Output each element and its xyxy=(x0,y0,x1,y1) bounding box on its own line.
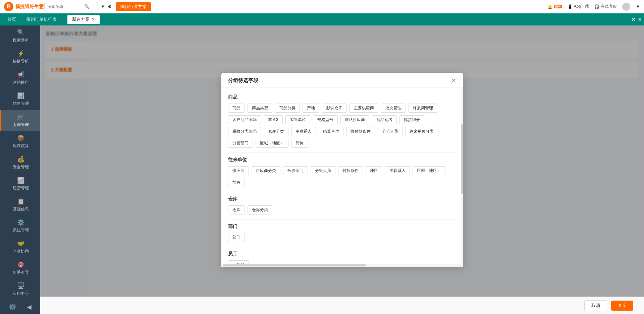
tag-goods-15[interactable]: 税收分类编码 xyxy=(228,127,261,136)
sidebar-item-guide-label: 新手引导 xyxy=(13,270,29,275)
dropdown-arrow-icon[interactable]: ▼ xyxy=(101,4,105,9)
confirm-button[interactable]: 查询 xyxy=(611,301,633,311)
online-service-item[interactable]: 🎧 在线客服 xyxy=(594,4,617,9)
tab-home[interactable]: 首页 xyxy=(3,15,21,24)
modal-hscroll-thumb xyxy=(223,264,366,266)
tag-goods-12[interactable]: 默认供应商 xyxy=(340,115,369,124)
tag-goods-5[interactable]: 主要供应商 xyxy=(350,104,378,113)
trial-button[interactable]: 体验行业方案 xyxy=(116,2,151,11)
section-title-warehouse: 仓库 xyxy=(228,196,456,202)
tag-partner-3[interactable]: 分管人员 xyxy=(311,166,335,175)
operations-icon: 📈 xyxy=(17,177,24,184)
tag-partner-4[interactable]: 付款条件 xyxy=(338,166,363,175)
tag-partner-2[interactable]: 分管部门 xyxy=(283,166,308,175)
tag-employee-0[interactable]: 业务员 xyxy=(228,260,249,264)
tag-goods-22[interactable]: 分管部门 xyxy=(228,139,253,148)
sidebar-item-operations[interactable]: 📈 经营管理 xyxy=(0,173,40,194)
tag-goods-9[interactable]: 重量3 xyxy=(264,115,283,124)
tag-goods-4[interactable]: 默认仓库 xyxy=(322,104,347,113)
headset-icon: 🎧 xyxy=(594,4,599,9)
tab-purchase-execution-close[interactable]: ✕ xyxy=(59,17,62,22)
user-dropdown-icon[interactable]: ▼ xyxy=(636,4,640,9)
search-input[interactable] xyxy=(47,4,84,9)
cancel-button[interactable]: 取消 xyxy=(584,300,607,311)
section-title-partner: 往来单位 xyxy=(228,157,456,163)
tab-new-plan[interactable]: 新建方案 ✕ xyxy=(67,15,100,24)
notification-item[interactable]: 🔔 99+ xyxy=(547,4,562,9)
app-download-item[interactable]: 📱 App下载 xyxy=(568,4,589,9)
sidebar: 🔍 搜索菜单 ⚡ 快捷导航 📢 营销推广 📊 销售管理 🛒 采购管理 📦 库存核… xyxy=(0,25,40,314)
tag-goods-18[interactable]: 结算单位 xyxy=(319,127,343,136)
sidebar-item-guide[interactable]: 🎯 新手引导 xyxy=(0,258,40,279)
tag-goods-16[interactable]: 仓库分类 xyxy=(264,127,288,136)
tab-purchase-execution[interactable]: 采购订单执行表 ✕ xyxy=(21,15,67,24)
tag-goods-10[interactable]: 零售单位 xyxy=(285,115,310,124)
tag-partner-7[interactable]: 区域（地区） xyxy=(413,166,445,175)
sidebar-item-search[interactable]: 🔍 搜索菜单 xyxy=(0,25,40,47)
sidebar-item-purchase-label: 采购管理 xyxy=(13,122,29,128)
sidebar-item-quicknav[interactable]: ⚡ 快捷导航 xyxy=(0,47,40,68)
purchase-icon: 🛒 xyxy=(17,113,24,121)
tab-new-plan-close[interactable]: ✕ xyxy=(92,17,95,22)
tag-partner-0[interactable]: 供应商 xyxy=(228,166,249,175)
tag-goods-14[interactable]: 拣货积分 xyxy=(399,115,424,124)
tag-warehouse-0[interactable]: 仓库 xyxy=(228,205,245,214)
quicknav-icon: ⚡ xyxy=(17,50,24,57)
modal-vertical-scrollbar[interactable] xyxy=(461,89,463,264)
sidebar-item-operations-label: 经营管理 xyxy=(13,185,29,191)
tag-goods-24[interactable]: 简称 xyxy=(291,139,308,148)
tag-goods-13[interactable]: 商品别名 xyxy=(372,115,397,124)
settings-icon[interactable]: ⚙ xyxy=(108,4,112,9)
tag-goods-0[interactable]: 商品 xyxy=(228,104,245,113)
tag-partner-8[interactable]: 简称 xyxy=(228,178,245,187)
sidebar-item-appcenter[interactable]: 🖥️ 应用中心 xyxy=(0,279,40,300)
sidebar-item-sales[interactable]: 📊 销售管理 xyxy=(0,89,40,110)
sidebar-item-collab-label: 企业协同 xyxy=(13,249,29,254)
tag-partner-1[interactable]: 供应商分类 xyxy=(252,166,280,175)
sidebar-item-inventory-label: 库存核算 xyxy=(13,143,29,149)
tag-dept-0[interactable]: 部门 xyxy=(228,233,245,242)
tag-goods-6[interactable]: 批次管理 xyxy=(381,104,406,113)
tag-goods-2[interactable]: 商品分类 xyxy=(275,104,300,113)
sidebar-item-inventory[interactable]: 📦 库存核算 xyxy=(0,131,40,152)
tab-new-plan-label: 新建方案 xyxy=(72,16,90,22)
sidebar-item-basicinfo[interactable]: 📋 基础信息 xyxy=(0,194,40,215)
tag-goods-20[interactable]: 分管人员 xyxy=(378,127,402,136)
avatar[interactable] xyxy=(622,3,630,11)
modal-horizontal-scrollbar[interactable] xyxy=(221,264,463,267)
tag-goods-17[interactable]: 主联系人 xyxy=(291,127,316,136)
tag-warehouse-1[interactable]: 仓库分类 xyxy=(248,205,272,214)
modal-close-button[interactable]: ✕ xyxy=(451,77,456,83)
tag-partner-6[interactable]: 主联系人 xyxy=(385,166,410,175)
search-input-wrap: 🔍 xyxy=(44,2,98,11)
modal-overlay: 分组待选字段 ✕ 商品 商品 商品类型 商品分类 产地 默认仓库 主要供应商 批… xyxy=(40,25,644,314)
sidebar-item-system[interactable]: ⚙️ 系统管理 xyxy=(0,215,40,237)
download-icon: 📱 xyxy=(568,4,573,9)
logo-area: B 畅捷通好生意 xyxy=(4,2,44,11)
tab-collapse-icon[interactable]: ✕ xyxy=(631,16,636,23)
sidebar-item-quicknav-label: 快捷导航 xyxy=(13,59,29,64)
sidebar-item-collab[interactable]: 🤝 企业协同 xyxy=(0,237,40,258)
notification-badge: 99+ xyxy=(554,5,562,8)
sidebar-collapse-icon[interactable]: ◀ xyxy=(27,303,32,311)
top-header: B 畅捷通好生意 🔍 ▼ ⚙ 体验行业方案 🔔 99+ 📱 App下载 🎧 在线… xyxy=(0,0,644,13)
tag-goods-8[interactable]: 客户商品编码 xyxy=(228,115,261,124)
tag-partner-5[interactable]: 地区 xyxy=(366,166,382,175)
tag-goods-7[interactable]: 保质期管理 xyxy=(409,104,437,113)
sidebar-item-marketing[interactable]: 📢 营销推广 xyxy=(0,68,40,89)
modal-vscroll-thumb xyxy=(461,124,463,194)
top-search: 🔍 ▼ ⚙ 体验行业方案 xyxy=(44,2,547,11)
tab-more-icon[interactable]: ≡ xyxy=(638,16,641,22)
tag-goods-19[interactable]: 收付款条件 xyxy=(346,127,375,136)
tag-goods-11[interactable]: 规格型号 xyxy=(313,115,338,124)
sidebar-item-purchase[interactable]: 🛒 采购管理 xyxy=(0,110,40,131)
sidebar-item-finance[interactable]: 💰 资金管理 xyxy=(0,152,40,173)
collab-icon: 🤝 xyxy=(17,240,24,247)
sidebar-settings-icon[interactable]: ⚙️ xyxy=(9,303,16,311)
tag-goods-3[interactable]: 产地 xyxy=(303,104,319,113)
tag-goods-21[interactable]: 往来单位分类 xyxy=(405,127,438,136)
guide-icon: 🎯 xyxy=(17,261,24,268)
sidebar-item-search-label: 搜索菜单 xyxy=(13,38,29,43)
tag-goods-23[interactable]: 区域（地区） xyxy=(256,139,288,148)
tag-goods-1[interactable]: 商品类型 xyxy=(248,104,272,113)
